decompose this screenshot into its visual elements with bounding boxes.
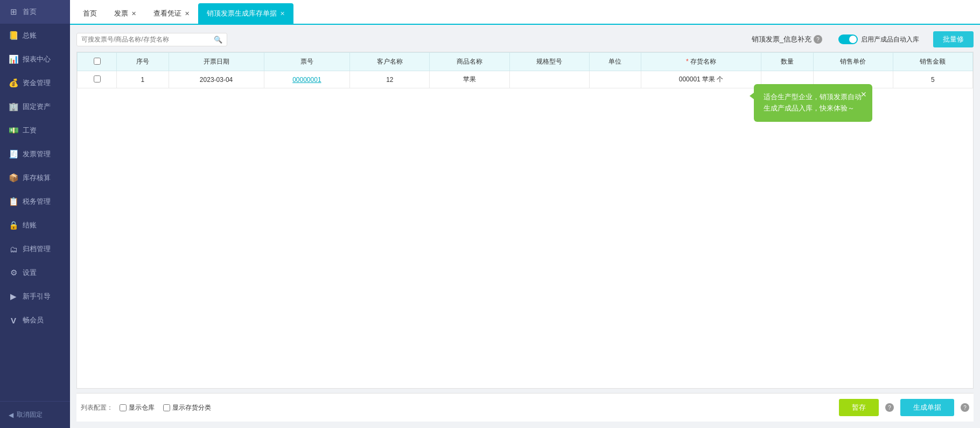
salary-icon: 💵: [9, 126, 18, 135]
row-stock-name[interactable]: 000001 苹果 个: [641, 71, 761, 88]
col-customer: 客户名称: [350, 53, 430, 71]
tab-bar: 首页 发票 ✕ 查看凭证 ✕ 销顶发票生成库存单据 ✕: [70, 0, 980, 25]
guide-icon: ▶: [9, 292, 18, 301]
vip-icon: V: [9, 316, 18, 325]
inventory-icon: 📦: [9, 173, 18, 183]
sidebar-bottom: ◀ 取消固定: [0, 401, 70, 428]
row-spec: [509, 71, 589, 88]
toolbar: 🔍 销顶发票_信息补充 ? 启用产成品自动入库 批量修: [76, 31, 974, 47]
show-category-checkbox[interactable]: 显示存货分类: [163, 403, 211, 412]
sidebar-item-funds[interactable]: 💰 资金管理: [0, 71, 70, 95]
col-date: 开票日期: [169, 53, 264, 71]
sidebar-item-archive[interactable]: 🗂 归档管理: [0, 237, 70, 261]
col-qty: 数量: [761, 53, 813, 71]
row-unit: [589, 71, 641, 88]
col-product: 商品名称: [430, 53, 509, 71]
search-box[interactable]: 🔍: [76, 33, 227, 46]
col-num: 票号: [264, 53, 350, 71]
tax-icon: 📋: [9, 197, 18, 206]
invoice-icon: 🧾: [9, 149, 18, 159]
generate-button[interactable]: 生成单据: [900, 399, 954, 416]
tab-invoice-close[interactable]: ✕: [131, 10, 136, 17]
tab-invoice[interactable]: 发票 ✕: [106, 3, 145, 24]
sidebar-item-inventory[interactable]: 📦 库存核算: [0, 166, 70, 190]
sidebar-item-home[interactable]: ⊞ 首页: [0, 0, 70, 24]
reports-icon: 📊: [9, 54, 18, 64]
auto-warehousing-toggle[interactable]: [838, 34, 858, 44]
ledger-icon: 📒: [9, 31, 18, 40]
sidebar-item-ledger[interactable]: 📒 总账: [0, 24, 70, 47]
closing-icon: 🔒: [9, 220, 18, 230]
info-label: 销顶发票_信息补充 ?: [752, 34, 822, 44]
sidebar-item-guide[interactable]: ▶ 新手引导: [0, 285, 70, 308]
bottom-actions: 暂存 ? 生成单据 ?: [839, 399, 969, 416]
tab-stock-close[interactable]: ✕: [280, 10, 285, 17]
category-checkbox-input[interactable]: [163, 404, 170, 411]
search-icon: 🔍: [214, 36, 222, 44]
save-info-icon[interactable]: ?: [885, 403, 894, 412]
tab-voucher-close[interactable]: ✕: [185, 10, 190, 17]
search-input[interactable]: [81, 36, 211, 43]
assets-icon: 🏢: [9, 102, 18, 112]
row-checkbox[interactable]: [78, 71, 117, 88]
row-product: 苹果: [430, 71, 509, 88]
col-checkbox: [78, 53, 117, 71]
funds-icon: 💰: [9, 78, 18, 88]
pin-icon: ◀: [9, 411, 13, 419]
row-customer: 12: [350, 71, 430, 88]
pin-button[interactable]: ◀ 取消固定: [0, 406, 70, 424]
bottom-bar: 列表配置： 显示仓库 显示存货分类 暂存 ? 生成单据 ?: [76, 393, 974, 422]
tab-stock[interactable]: 销顶发票生成库存单据 ✕: [198, 3, 293, 24]
toggle-area: 启用产成品自动入库: [838, 34, 919, 44]
home-icon: ⊞: [9, 7, 18, 17]
info-icon[interactable]: ?: [814, 35, 822, 44]
col-amount: 销售金额: [893, 53, 972, 71]
generate-info-icon[interactable]: ?: [961, 403, 969, 412]
row-num[interactable]: 00000001: [264, 71, 350, 88]
select-all-checkbox[interactable]: [94, 58, 101, 65]
col-stock-name: 存货名称: [641, 53, 761, 71]
batch-edit-button[interactable]: 批量修: [933, 31, 974, 47]
row-date: 2023-03-04: [169, 71, 264, 88]
col-price: 销售单价: [813, 53, 893, 71]
row-amount: 5: [893, 71, 972, 88]
show-warehouse-checkbox[interactable]: 显示仓库: [120, 403, 155, 412]
content-area: 🔍 销顶发票_信息补充 ? 启用产成品自动入库 批量修: [70, 25, 980, 428]
col-spec: 规格型号: [509, 53, 589, 71]
tab-home[interactable]: 首页: [74, 3, 106, 24]
tooltip-close-button[interactable]: ✕: [860, 88, 867, 100]
main-area: 首页 发票 ✕ 查看凭证 ✕ 销顶发票生成库存单据 ✕ 🔍 销顶发票_信息补充 …: [70, 0, 980, 428]
sidebar: ⊞ 首页 📒 总账 📊 报表中心 💰 资金管理 🏢 固定资产 💵 工资 🧾 发票…: [0, 0, 70, 428]
col-seq: 序号: [117, 53, 169, 71]
warehouse-checkbox-input[interactable]: [120, 404, 127, 411]
archive-icon: 🗂: [9, 245, 18, 254]
sidebar-item-invoice[interactable]: 🧾 发票管理: [0, 142, 70, 166]
sidebar-item-salary[interactable]: 💵 工资: [0, 119, 70, 142]
save-button[interactable]: 暂存: [839, 399, 879, 416]
tooltip-popup: ✕ 适合生产型企业，销顶发票自动生成产成品入库，快来体验～: [754, 84, 872, 122]
sidebar-item-reports[interactable]: 📊 报表中心: [0, 47, 70, 71]
tab-voucher[interactable]: 查看凭证 ✕: [145, 3, 198, 24]
sidebar-item-assets[interactable]: 🏢 固定资产: [0, 95, 70, 119]
sidebar-item-tax[interactable]: 📋 税务管理: [0, 190, 70, 213]
sidebar-item-closing[interactable]: 🔒 结账: [0, 213, 70, 237]
table-header-row: 序号 开票日期 票号 客户名称 商品名称 规格型号 单位 存货名称 数量 销售单…: [78, 53, 973, 71]
row-seq: 1: [117, 71, 169, 88]
sidebar-item-settings[interactable]: ⚙ 设置: [0, 261, 70, 285]
col-unit: 单位: [589, 53, 641, 71]
settings-icon: ⚙: [9, 268, 18, 278]
sidebar-item-vip[interactable]: V 畅会员: [0, 308, 70, 332]
